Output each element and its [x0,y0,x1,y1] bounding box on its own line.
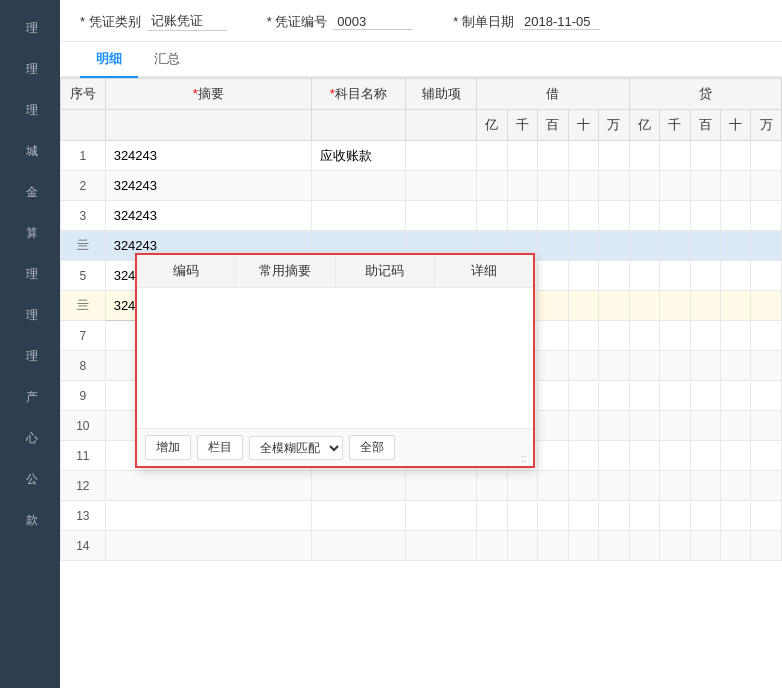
amount-cell[interactable] [720,141,750,171]
amount-cell[interactable] [599,501,629,531]
sidebar-item-8[interactable]: 理 [0,338,60,375]
amount-cell[interactable] [690,171,720,201]
amount-cell[interactable] [538,201,568,231]
amount-cell[interactable] [660,291,690,321]
amount-cell[interactable] [568,411,598,441]
amount-cell[interactable] [599,321,629,351]
amount-cell[interactable] [660,351,690,381]
tab-detail[interactable]: 明细 [80,42,138,78]
amount-cell[interactable] [599,441,629,471]
amount-cell[interactable] [568,201,598,231]
amount-cell[interactable] [751,291,782,321]
amount-cell[interactable] [751,261,782,291]
sidebar-item-0[interactable]: 理 [0,10,60,47]
summary-cell[interactable] [105,471,311,501]
amount-cell[interactable] [568,321,598,351]
amount-cell[interactable] [751,501,782,531]
amount-cell[interactable] [629,171,659,201]
amount-cell[interactable] [690,441,720,471]
summary-cell[interactable] [105,501,311,531]
amount-cell[interactable] [538,171,568,201]
create-date-value[interactable]: 2018-11-05 [520,14,600,30]
amount-cell[interactable] [629,501,659,531]
amount-cell[interactable] [690,261,720,291]
voucher-no-value[interactable]: 0003 [333,14,413,30]
table-row[interactable]: 13 [61,501,782,531]
subject-cell[interactable] [311,531,405,561]
amount-cell[interactable] [507,501,537,531]
match-select[interactable]: 全模糊匹配 精确匹配 [249,436,343,460]
amount-cell[interactable] [751,171,782,201]
amount-cell[interactable] [629,411,659,441]
amount-cell[interactable] [660,321,690,351]
subject-cell[interactable] [311,171,405,201]
amount-cell[interactable] [751,321,782,351]
amount-cell[interactable] [720,291,750,321]
resize-handle[interactable]: :: [521,454,531,464]
amount-cell[interactable] [629,291,659,321]
table-row[interactable]: 2324243 [61,171,782,201]
sidebar-item-1[interactable]: 理 [0,51,60,88]
sidebar-item-6[interactable]: 理 [0,256,60,293]
amount-cell[interactable] [751,381,782,411]
amount-cell[interactable] [690,501,720,531]
summary-cell[interactable] [105,531,311,561]
amount-cell[interactable] [599,141,629,171]
amount-cell[interactable] [660,171,690,201]
sidebar-item-2[interactable]: 理 [0,92,60,129]
sidebar-item-12[interactable]: 款 [0,502,60,539]
amount-cell[interactable] [690,291,720,321]
subject-cell[interactable] [311,471,405,501]
amount-cell[interactable] [629,441,659,471]
amount-cell[interactable] [568,441,598,471]
amount-cell[interactable] [568,261,598,291]
amount-cell[interactable] [720,411,750,441]
amount-cell[interactable] [629,201,659,231]
amount-cell[interactable] [720,501,750,531]
amount-cell[interactable] [477,171,507,201]
sidebar-item-7[interactable]: 理 [0,297,60,334]
sidebar-item-9[interactable]: 产 [0,379,60,416]
amount-cell[interactable] [568,171,598,201]
amount-cell[interactable] [477,201,507,231]
amount-cell[interactable] [568,231,598,261]
amount-cell[interactable] [477,471,507,501]
amount-cell[interactable] [660,441,690,471]
amount-cell[interactable] [538,291,568,321]
amount-cell[interactable] [660,231,690,261]
amount-cell[interactable] [538,531,568,561]
summary-cell[interactable]: 324243 [105,141,311,171]
amount-cell[interactable] [629,351,659,381]
amount-cell[interactable] [720,531,750,561]
amount-cell[interactable] [507,201,537,231]
amount-cell[interactable] [538,351,568,381]
amount-cell[interactable] [599,381,629,411]
amount-cell[interactable] [538,231,568,261]
amount-cell[interactable] [690,411,720,441]
amount-cell[interactable] [507,471,537,501]
summary-cell[interactable]: 324243 [105,201,311,231]
subject-cell[interactable] [311,501,405,531]
amount-cell[interactable] [660,381,690,411]
amount-cell[interactable] [538,141,568,171]
sidebar-item-4[interactable]: 金 [0,174,60,211]
table-row[interactable]: 14 [61,531,782,561]
amount-cell[interactable] [660,141,690,171]
amount-cell[interactable] [568,531,598,561]
amount-cell[interactable] [477,501,507,531]
amount-cell[interactable] [720,171,750,201]
amount-cell[interactable] [660,411,690,441]
amount-cell[interactable] [599,231,629,261]
all-button[interactable]: 全部 [349,435,395,460]
summary-cell[interactable]: 324243 [105,171,311,201]
amount-cell[interactable] [660,471,690,501]
amount-cell[interactable] [538,471,568,501]
amount-cell[interactable] [629,261,659,291]
amount-cell[interactable] [538,441,568,471]
amount-cell[interactable] [507,141,537,171]
amount-cell[interactable] [629,141,659,171]
amount-cell[interactable] [599,261,629,291]
amount-cell[interactable] [629,321,659,351]
amount-cell[interactable] [538,321,568,351]
amount-cell[interactable] [690,231,720,261]
